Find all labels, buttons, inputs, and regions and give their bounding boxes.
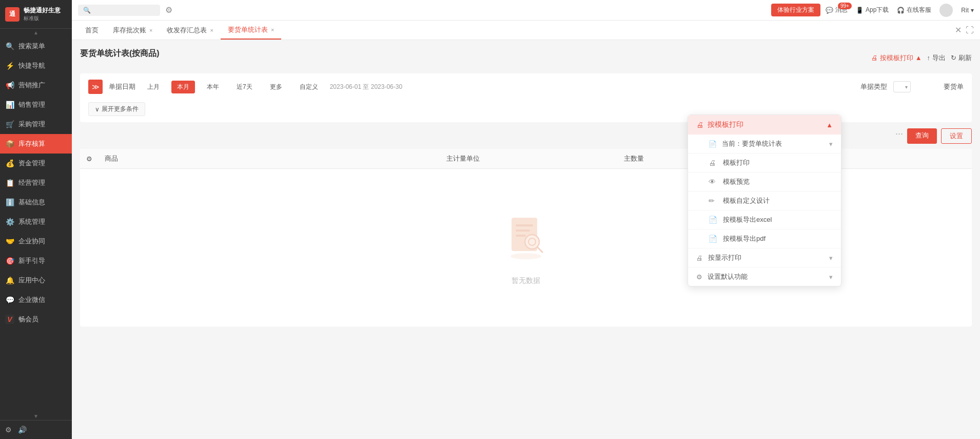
sidebar-item-member[interactable]: V 畅会员 xyxy=(0,310,72,329)
close-inventory-batch-tab[interactable]: × xyxy=(149,27,152,33)
online-service-button[interactable]: 🎧 在线客服 xyxy=(897,6,931,14)
inventory-icon: 📦 xyxy=(5,139,14,148)
col-product-header: 商品 xyxy=(99,149,440,168)
user-name[interactable]: Rit ▾ xyxy=(961,7,974,14)
app-logo-text: 畅捷通好生意 标准版 xyxy=(24,6,61,22)
date-current-year-btn[interactable]: 本年 xyxy=(201,81,225,93)
close-collection-summary-tab[interactable]: × xyxy=(210,27,213,33)
sidebar-item-enterprise[interactable]: 🤝 企业协同 xyxy=(0,232,72,251)
set-default-icon: ⚙ xyxy=(696,273,702,281)
display-print-chevron: ▾ xyxy=(829,254,833,262)
sidebar-item-marketing[interactable]: 📢 营销推广 xyxy=(0,75,72,95)
type-filter-label: 单据类型 xyxy=(860,82,887,91)
set-default-func-item[interactable]: ⚙ 设置默认功能 ▾ xyxy=(688,268,841,286)
chevron-right-icon: ≫ xyxy=(92,83,100,91)
more-options-icon[interactable]: ··· xyxy=(895,128,903,144)
topbar: 🔍 ⚙ 体验行业方案 💬 消息 99+ 📱 App下载 🎧 在线客服 Rit xyxy=(72,0,980,21)
close-requisition-stats-tab[interactable]: × xyxy=(271,27,274,33)
svg-line-6 xyxy=(537,247,542,252)
settings-bottom-icon[interactable]: ⚙ xyxy=(5,426,12,434)
window-close-icon[interactable]: ✕ xyxy=(955,25,962,35)
current-template-icon: 📄 xyxy=(709,140,717,148)
sidebar-item-basic[interactable]: ℹ️ 基础信息 xyxy=(0,193,72,212)
current-template-item[interactable]: 📄 当前：要货单统计表 ▾ xyxy=(688,135,841,154)
current-template-chevron: ▾ xyxy=(829,140,833,148)
main-area: 🔍 ⚙ 体验行业方案 💬 消息 99+ 📱 App下载 🎧 在线客服 Rit xyxy=(72,0,980,439)
sales-icon: 📊 xyxy=(5,100,14,109)
app-download-button[interactable]: 📱 App下载 xyxy=(856,6,889,14)
sidebar-item-system[interactable]: ⚙️ 系统管理 xyxy=(0,212,72,232)
date-more-btn[interactable]: 更多 xyxy=(264,81,288,93)
template-print-item[interactable]: 🖨 模板打印 xyxy=(688,154,841,173)
app-logo-icon: 通 xyxy=(5,7,19,22)
user-avatar[interactable] xyxy=(939,4,953,17)
set-default-chevron: ▾ xyxy=(829,273,833,281)
sidebar-item-wechat[interactable]: 💬 企业微信 xyxy=(0,290,72,310)
sidebar-item-finance[interactable]: 💰 资金管理 xyxy=(0,154,72,173)
col-settings-header[interactable]: ⚙ xyxy=(80,150,99,168)
sidebar-scroll-up[interactable]: ▲ xyxy=(0,29,72,36)
messages-button[interactable]: 💬 消息 99+ xyxy=(826,6,848,14)
display-print-left: 🖨 按显示打印 xyxy=(696,253,741,262)
sidebar-item-inventory[interactable]: 📦 库存核算 xyxy=(0,134,72,154)
query-button[interactable]: 查询 xyxy=(907,128,937,144)
refresh-button[interactable]: ↻ 刷新 xyxy=(951,53,972,63)
export-button[interactable]: ↑ 导出 xyxy=(927,53,946,63)
wechat-icon: 💬 xyxy=(5,295,14,304)
date-custom-btn[interactable]: 自定义 xyxy=(294,81,324,93)
trial-button[interactable]: 体验行业方案 xyxy=(771,4,820,16)
dropdown-header-left: 🖨 按模板打印 xyxy=(696,120,743,129)
tab-inventory-batch[interactable]: 库存批次账 × xyxy=(106,22,160,39)
print-chevron-up-icon: ▲ xyxy=(915,54,922,62)
template-export-excel-item[interactable]: 📄 按模板导出excel xyxy=(688,211,841,230)
sidebar-item-appstore[interactable]: 🔔 应用中心 xyxy=(0,271,72,290)
window-expand-icon[interactable]: ⛶ xyxy=(966,26,974,35)
filter-expand-button[interactable]: ≫ xyxy=(88,80,103,94)
date-filter-label: 单据日期 xyxy=(109,82,135,91)
topbar-settings-icon[interactable]: ⚙ xyxy=(165,5,172,15)
date-last7days-btn[interactable]: 近7天 xyxy=(231,81,258,93)
dropdown-header[interactable]: 🖨 按模板打印 ▲ xyxy=(688,115,841,135)
svg-rect-4 xyxy=(516,235,526,237)
type-select-wrapper xyxy=(893,81,911,92)
template-preview-item[interactable]: 👁 模板预览 xyxy=(688,173,841,192)
sidebar-item-quicknav[interactable]: ⚡ 快捷导航 xyxy=(0,56,72,75)
sidebar-item-newbie[interactable]: 🎯 新手引导 xyxy=(0,251,72,271)
export-excel-icon: 📄 xyxy=(709,216,718,224)
tab-requisition-stats[interactable]: 要货单统计表 × xyxy=(221,21,281,40)
enterprise-icon: 🤝 xyxy=(5,237,14,246)
type-select[interactable] xyxy=(893,81,911,92)
print-template-button[interactable]: 🖨 按模板打印 ▲ xyxy=(871,53,922,63)
sidebar-item-purchase[interactable]: 🛒 采购管理 xyxy=(0,114,72,134)
marketing-icon: 📢 xyxy=(5,81,14,90)
settings-button[interactable]: 设置 xyxy=(941,128,972,144)
display-print-icon: 🖨 xyxy=(696,254,703,262)
template-design-icon: ✏ xyxy=(709,197,718,205)
topbar-search-box[interactable]: 🔍 xyxy=(78,5,160,16)
sidebar-item-sales[interactable]: 📊 销售管理 xyxy=(0,95,72,114)
sidebar-item-search[interactable]: 🔍 搜索菜单 xyxy=(0,36,72,56)
sound-bottom-icon[interactable]: 🔊 xyxy=(18,426,27,434)
sidebar-scroll-down[interactable]: ▼ xyxy=(0,412,72,420)
template-design-item[interactable]: ✏ 模板自定义设计 xyxy=(688,192,841,211)
tab-collection-summary[interactable]: 收发存汇总表 × xyxy=(160,22,220,39)
page-title: 要货单统计表(按商品) xyxy=(80,48,160,59)
sidebar-item-operation[interactable]: 📋 经营管理 xyxy=(0,173,72,193)
date-current-month-btn[interactable]: 本月 xyxy=(171,81,195,93)
template-print-icon: 🖨 xyxy=(709,159,718,167)
dropdown-chevron-up-icon[interactable]: ▲ xyxy=(826,121,833,129)
operation-icon: 📋 xyxy=(5,178,14,187)
svg-rect-2 xyxy=(516,224,533,226)
tab-home[interactable]: 首页 xyxy=(78,22,106,39)
filter-row-1: ≫ 单据日期 上月 本月 本年 近7天 更多 自定义 2023-06-01 至 … xyxy=(88,80,964,94)
empty-icon xyxy=(500,210,552,271)
expand-more-conditions-btn[interactable]: ∨ 展开更多条件 xyxy=(88,102,145,116)
date-prev-month-btn[interactable]: 上月 xyxy=(142,81,165,93)
tabs-end-controls: ✕ ⛶ xyxy=(955,25,974,35)
template-export-pdf-item[interactable]: 📄 按模板导出pdf xyxy=(688,230,841,249)
finance-icon: 💰 xyxy=(5,159,14,168)
appstore-icon: 🔔 xyxy=(5,276,14,285)
display-print-item[interactable]: 🖨 按显示打印 ▾ xyxy=(688,249,841,268)
print-icon: 🖨 xyxy=(871,54,878,62)
sidebar-bottom: ⚙ 🔊 xyxy=(0,420,72,439)
